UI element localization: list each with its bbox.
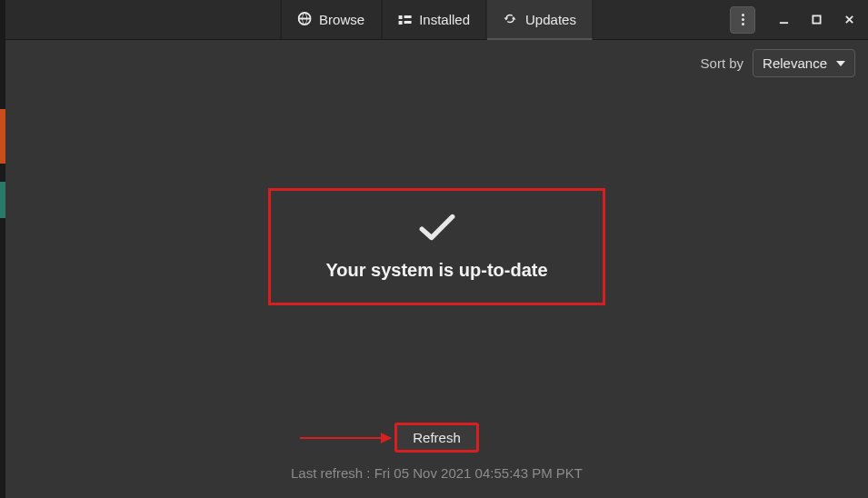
maximize-button[interactable] <box>803 6 830 34</box>
status-box: Your system is up-to-date <box>268 188 604 305</box>
tab-browse[interactable]: Browse <box>280 0 382 40</box>
tab-installed[interactable]: Installed <box>382 0 487 40</box>
refresh-row: Refresh <box>394 423 479 453</box>
refresh-button[interactable]: Refresh <box>394 423 479 453</box>
sort-dropdown[interactable]: Relevance <box>753 49 855 77</box>
sort-bar: Sort by Relevance <box>5 40 868 81</box>
globe-icon <box>297 12 311 28</box>
annotation-arrow <box>300 437 391 439</box>
sort-value: Relevance <box>763 55 827 71</box>
sort-label: Sort by <box>701 55 744 71</box>
list-icon <box>398 15 411 25</box>
tab-updates[interactable]: Updates <box>487 0 594 40</box>
refresh-area: Refresh Last refresh : Fri 05 Nov 2021 0… <box>5 423 868 481</box>
last-refresh-text: Last refresh : Fri 05 Nov 2021 04:55:43 … <box>291 465 583 481</box>
check-icon <box>418 211 456 247</box>
tab-browse-label: Browse <box>319 12 364 27</box>
window-controls <box>730 6 863 34</box>
tab-bar: Browse Installed Updates <box>280 0 594 40</box>
tab-updates-label: Updates <box>525 12 576 27</box>
refresh-icon <box>504 12 517 28</box>
content-area: Your system is up-to-date Refresh Last r… <box>5 81 868 498</box>
titlebar: Browse Installed Updates <box>5 0 868 40</box>
menu-button[interactable] <box>730 6 755 34</box>
status-message: Your system is up-to-date <box>325 260 547 281</box>
software-window: Browse Installed Updates <box>5 0 868 498</box>
chevron-down-icon <box>836 55 845 71</box>
minimize-button[interactable] <box>770 6 797 34</box>
close-button[interactable] <box>835 6 863 34</box>
svg-rect-1 <box>813 15 820 23</box>
tab-installed-label: Installed <box>419 12 470 27</box>
